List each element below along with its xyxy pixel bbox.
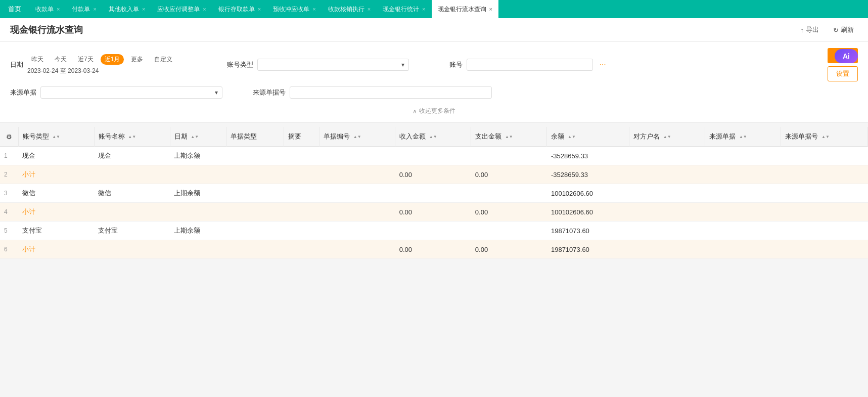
table-row[interactable]: 1现金现金上期余额-3528659.33 [0,147,868,165]
th-doc-type[interactable]: 单据类型 [226,127,284,147]
table-cell: 19871073.60 [547,222,629,240]
close-icon[interactable]: × [93,6,96,12]
th-gear[interactable]: ⚙ [0,127,18,147]
table-cell [705,240,781,259]
ai-label: Ai [843,52,850,60]
th-doc-no[interactable]: 单据编号 ▲▼ [319,127,395,147]
close-icon[interactable]: × [368,6,371,12]
table-cell: 微信 [18,184,94,203]
chevron-down-icon: ▾ [401,61,404,68]
tab-xianjinyinhang[interactable]: 现金银行统计 × [377,0,431,18]
th-doc-type-label: 单据类型 [231,133,257,140]
close-icon[interactable]: × [142,6,145,12]
collapse-bar[interactable]: ∧ 收起更多条件 [10,104,858,116]
table-cell [705,147,781,165]
th-source-doc-no[interactable]: 来源单据号 ▲▼ [781,127,868,147]
th-counterpart-label: 对方户名 [633,133,660,140]
account-input[interactable] [467,59,593,71]
th-summary[interactable]: 摘要 [284,127,319,147]
sort-icons: ▲▼ [353,135,361,139]
table-cell [284,203,319,222]
table-row[interactable]: 3微信微信上期余额100102606.60 [0,184,868,203]
account-dots-button[interactable]: ··· [597,60,608,69]
source-doc-select[interactable]: ▾ [40,86,222,99]
table-cell: 上期余额 [170,222,226,240]
th-balance-label: 余额 [551,133,564,140]
table-cell [471,147,547,165]
date-option-custom[interactable]: 自定义 [150,54,176,65]
table-cell [319,240,395,259]
th-income[interactable]: 收入金额 ▲▼ [395,127,471,147]
table-cell: 0.00 [471,165,547,184]
date-label: 日期 [10,60,23,69]
source-doc-no-filter-group: 来源单据号 [253,86,492,99]
table-row[interactable]: 2小计0.000.00-3528659.33 [0,165,868,184]
export-icon: ↑ [801,26,804,34]
th-date[interactable]: 日期 ▲▼ [170,127,226,147]
th-expense-label: 支出金额 [475,133,501,140]
table-cell [781,222,868,240]
export-button[interactable]: ↑ 导出 [797,23,824,36]
table-cell [781,203,868,222]
settings-button[interactable]: 设置 [828,66,858,81]
table-row[interactable]: 5支付宝支付宝上期余额19871073.60 [0,222,868,240]
table-cell [226,147,284,165]
tab-yingshouyingfu[interactable]: 应收应付调整单 × [151,0,212,18]
close-icon[interactable]: × [312,6,315,12]
close-icon[interactable]: × [422,6,425,12]
table-cell: 小计 [18,203,94,222]
table-cell: -3528659.33 [547,147,629,165]
tab-liushui[interactable]: 现金银行流水查询 × [432,0,498,18]
table-row[interactable]: 4小计0.000.00100102606.60 [0,203,868,222]
close-icon[interactable]: × [258,6,261,12]
table-cell [170,203,226,222]
table-cell [226,165,284,184]
source-doc-no-input[interactable] [290,86,492,99]
table-cell: 支付宝 [18,222,94,240]
sort-icons: ▲▼ [191,135,199,139]
date-option-7days[interactable]: 近7天 [74,54,98,65]
date-option-today[interactable]: 今天 [51,54,71,65]
table-cell: 小计 [18,240,94,259]
th-account-name[interactable]: 账号名称 ▲▼ [94,127,170,147]
tab-yinhangcunqu[interactable]: 银行存取款单 × [212,0,267,18]
table-cell [781,147,868,165]
refresh-button[interactable]: ↻ 刷新 [829,23,858,36]
account-type-select[interactable]: ▾ [257,59,409,71]
tab-fukuandan[interactable]: 付款单 × [66,0,102,18]
table-row[interactable]: 6小计0.000.0019871073.60 [0,240,868,259]
tab-yushouzhongyingshou[interactable]: 预收冲应收单 × [267,0,322,18]
close-icon[interactable]: × [489,6,492,12]
table-cell [781,184,868,203]
date-option-yesterday[interactable]: 昨天 [27,54,48,65]
collapse-text: 收起更多条件 [419,107,455,115]
table-cell [284,184,319,203]
table-cell: 上期余额 [170,147,226,165]
home-tab[interactable]: 首页 [0,0,29,18]
table-cell [471,222,547,240]
th-summary-label: 摘要 [288,133,301,140]
close-icon[interactable]: × [203,6,206,12]
th-counterpart[interactable]: 对方户名 ▲▼ [629,127,705,147]
th-source-doc[interactable]: 来源单据 ▲▼ [705,127,781,147]
table-cell: 1 [0,147,18,165]
chevron-down-icon: ▾ [215,89,218,96]
date-option-1month[interactable]: 近1月 [101,54,124,65]
date-option-more[interactable]: 更多 [127,54,147,65]
tab-qitashouru[interactable]: 其他收入单 × [103,0,151,18]
tab-shoukuandan[interactable]: 收款单 × [29,0,66,18]
table-cell [170,165,226,184]
close-icon[interactable]: × [57,6,60,12]
tab-shoukuanzhixing[interactable]: 收款核销执行 × [322,0,377,18]
th-balance[interactable]: 余额 ▲▼ [547,127,629,147]
filter-row-2: 来源单据 ▾ 来源单据号 [10,86,858,99]
table-cell [319,165,395,184]
ai-button[interactable]: Ai [835,49,858,63]
th-account-type[interactable]: 账号类型 ▲▼ [18,127,94,147]
page-title: 现金银行流水查询 [10,24,83,36]
filter-area: 日期 昨天 今天 近7天 近1月 更多 自定义 2023-02-24 至 202… [0,42,868,123]
sort-icons: ▲▼ [663,135,671,139]
table-cell [629,203,705,222]
sort-icons: ▲▼ [821,135,830,139]
th-expense[interactable]: 支出金额 ▲▼ [471,127,547,147]
